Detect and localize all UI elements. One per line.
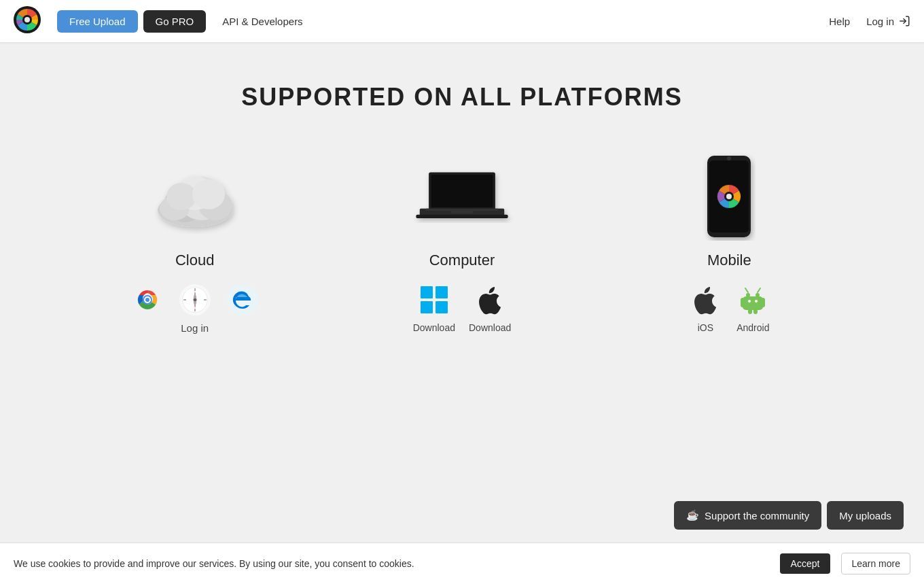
svg-rect-49	[761, 298, 765, 307]
cloud-platform: Cloud	[88, 152, 301, 334]
safari-icon	[178, 283, 212, 317]
edge-action[interactable]	[226, 283, 260, 317]
svg-point-54	[748, 300, 751, 303]
svg-rect-32	[432, 176, 491, 206]
free-upload-button[interactable]: Free Upload	[57, 10, 138, 33]
ios-action[interactable]: iOS	[688, 283, 722, 333]
cloud-action-label: Log in	[181, 322, 209, 334]
svg-rect-35	[421, 286, 433, 298]
svg-rect-33	[451, 211, 473, 213]
support-label: Support the community	[705, 510, 809, 521]
android-icon	[736, 283, 770, 317]
ios-apple-icon	[688, 283, 722, 317]
header-right: Help Log in	[829, 15, 910, 27]
svg-point-41	[727, 156, 731, 160]
laptop-illustration	[408, 156, 516, 237]
cookie-text: We use cookies to provide and improve ou…	[14, 558, 769, 569]
my-uploads-button[interactable]: My uploads	[827, 501, 904, 530]
phone-illustration	[695, 152, 763, 241]
coffee-icon: ☕	[686, 509, 699, 521]
header: Free Upload Go PRO API & Developers Help…	[0, 0, 924, 42]
mobile-name: Mobile	[707, 252, 751, 269]
computer-actions: Download Download	[413, 283, 512, 333]
android-action[interactable]: Android	[736, 283, 770, 333]
svg-line-53	[758, 288, 760, 292]
help-link[interactable]: Help	[829, 16, 850, 27]
mobile-image-container	[675, 152, 783, 241]
cloud-actions	[130, 283, 260, 317]
mac-download-action[interactable]: Download	[469, 283, 511, 333]
windows-download-label: Download	[413, 322, 455, 333]
svg-rect-48	[741, 298, 745, 307]
login-button[interactable]: Log in	[866, 15, 910, 27]
cloud-illustration	[141, 159, 249, 234]
svg-point-10	[166, 183, 196, 210]
cloud-image-container	[141, 152, 249, 241]
svg-rect-36	[436, 286, 448, 298]
support-community-button[interactable]: ☕ Support the community	[674, 501, 821, 530]
svg-rect-50	[748, 309, 752, 314]
svg-point-16	[145, 298, 149, 302]
svg-point-11	[192, 179, 225, 209]
svg-rect-51	[753, 309, 758, 314]
chrome-icon	[130, 283, 164, 317]
svg-rect-37	[421, 301, 433, 313]
mobile-platform: Mobile iOS	[623, 152, 836, 334]
computer-image-container	[408, 152, 516, 241]
go-pro-button[interactable]: Go PRO	[143, 10, 207, 33]
ios-label: iOS	[698, 322, 713, 333]
svg-rect-29	[416, 215, 508, 218]
svg-point-26	[194, 298, 196, 301]
computer-name: Computer	[429, 252, 495, 269]
windows-download-action[interactable]: Download	[413, 283, 455, 333]
learn-more-button[interactable]: Learn more	[841, 553, 910, 574]
cookie-banner: We use cookies to provide and improve ou…	[0, 543, 924, 584]
header-nav: API & Developers	[222, 16, 829, 27]
svg-point-55	[755, 300, 758, 303]
svg-point-2	[24, 17, 30, 22]
cloud-name: Cloud	[175, 252, 214, 269]
apple-icon	[473, 283, 507, 317]
svg-line-52	[745, 288, 748, 292]
platforms-grid: Cloud	[88, 152, 836, 334]
login-icon	[898, 15, 910, 27]
svg-point-44	[726, 194, 732, 199]
api-developers-link[interactable]: API & Developers	[222, 16, 302, 27]
computer-platform: Computer Download	[355, 152, 568, 334]
svg-rect-38	[436, 301, 448, 313]
svg-rect-34	[426, 209, 499, 211]
bottom-actions: ☕ Support the community My uploads	[674, 501, 904, 530]
chrome-action[interactable]	[130, 283, 164, 317]
mobile-actions: iOS	[688, 283, 770, 333]
main-content: SUPPORTED ON ALL PLATFORMS	[0, 42, 924, 518]
logo[interactable]	[14, 6, 49, 36]
section-title: SUPPORTED ON ALL PLATFORMS	[241, 83, 682, 111]
windows-icon	[417, 283, 451, 317]
mac-download-label: Download	[469, 322, 511, 333]
svg-rect-47	[743, 296, 763, 310]
safari-action[interactable]	[178, 283, 212, 317]
android-label: Android	[736, 322, 769, 333]
accept-cookies-button[interactable]: Accept	[780, 553, 831, 574]
edge-icon	[226, 283, 260, 317]
login-label: Log in	[866, 16, 894, 27]
